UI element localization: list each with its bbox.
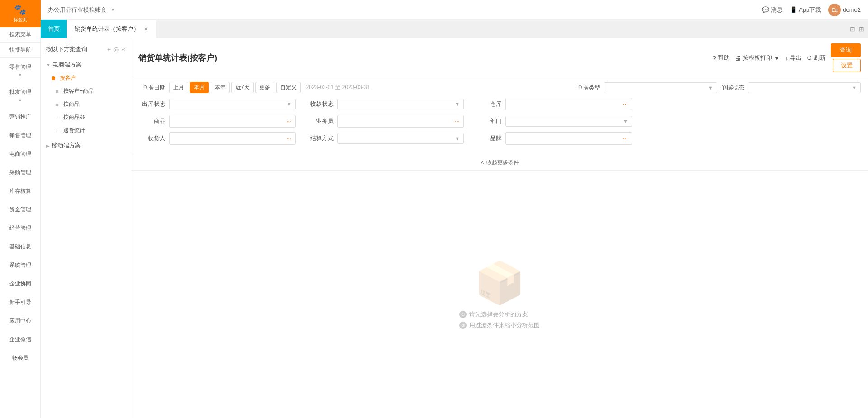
- settings-scheme-icon[interactable]: ◎: [113, 46, 119, 53]
- purchase-label: 采购管理: [9, 169, 31, 176]
- sidebar-item-operation[interactable]: 经营管理: [0, 219, 40, 238]
- export-icon: ↓: [785, 55, 788, 62]
- message-label: 消息: [771, 6, 783, 14]
- tab-maximize-controls: ⊡ ⊞: [850, 25, 864, 33]
- recipient-label: 收货人: [138, 134, 165, 142]
- page-content: 按以下方案查询 + ◎ « ▼ 电脑端方案 按客户 ≡ 按客户: [41, 38, 868, 418]
- mobile-section-title[interactable]: ▶ 移动端方案: [41, 139, 131, 152]
- template-print-button[interactable]: 🖨 按模板打印 ▼: [735, 54, 780, 62]
- refresh-button[interactable]: ↺ 刷新: [807, 54, 826, 62]
- collapse-scheme-icon[interactable]: «: [122, 46, 125, 53]
- mobile-section: ▶ 移动端方案: [41, 139, 131, 152]
- sidebar-item-wholesale[interactable]: 批发管理 ▲: [0, 83, 40, 108]
- sidebar-item-system[interactable]: 系统管理: [0, 256, 40, 275]
- empty-illustration: 📦: [474, 259, 525, 307]
- app-download-button[interactable]: 📱 App下载: [790, 6, 821, 14]
- app-download-label: App下载: [799, 6, 821, 14]
- department-select[interactable]: ▼: [505, 116, 632, 127]
- refresh-label: 刷新: [814, 54, 826, 62]
- empty-state: 📦 ① 请先选择要分析的方案 ② 用过滤条件来缩小分析范围: [131, 171, 868, 418]
- order-status-label: 单据状态: [717, 84, 744, 92]
- recipient-input[interactable]: ···: [169, 132, 296, 145]
- sidebar-item-sales[interactable]: 销售管理: [0, 126, 40, 145]
- receipt-status-select[interactable]: ▼: [337, 99, 464, 109]
- tip-1-text: 请先选择要分析的方案: [469, 310, 528, 318]
- sidebar-item-basic[interactable]: 基础信息: [0, 238, 40, 256]
- settlement-select[interactable]: ▼: [337, 133, 464, 144]
- by-customer-dot: [52, 76, 55, 80]
- goods-input[interactable]: ···: [169, 115, 296, 128]
- this-year-btn[interactable]: 本年: [211, 82, 230, 93]
- scheme-by-customer-goods[interactable]: ≡ 按客户+商品: [41, 85, 131, 98]
- sidebar-item-purchase[interactable]: 采购管理: [0, 163, 40, 182]
- sidebar-item-apps[interactable]: 应用中心: [0, 312, 40, 330]
- out-status-select[interactable]: ▼: [169, 99, 296, 109]
- tab-bar: 首页 销货单统计表（按客户） ✕ ⊡ ⊞: [41, 20, 868, 38]
- salesperson-input[interactable]: ···: [337, 115, 464, 128]
- sidebar-item-ecommerce[interactable]: 电商管理: [0, 145, 40, 163]
- add-scheme-icon[interactable]: +: [107, 46, 111, 53]
- help-button[interactable]: ? 帮助: [712, 54, 729, 62]
- order-status-select[interactable]: ▼: [748, 82, 861, 93]
- user-name: demo2: [843, 6, 861, 13]
- sidebar-item-inventory[interactable]: 库存核算: [0, 182, 40, 200]
- department-label: 部门: [475, 117, 502, 125]
- recipient-dots-icon[interactable]: ···: [286, 135, 292, 142]
- desktop-section: ▼ 电脑端方案 按客户 ≡ 按客户+商品 ≡ 按商品 ≡ 按商品99: [41, 58, 131, 137]
- this-month-btn[interactable]: 本月: [190, 82, 209, 93]
- brand-dots-icon[interactable]: ···: [623, 135, 628, 142]
- app-logo[interactable]: 🐾 标题页: [0, 0, 41, 27]
- retail-label: 零售管理: [9, 63, 31, 71]
- tab-sales-report[interactable]: 销货单统计表（按客户） ✕: [67, 20, 156, 38]
- desktop-section-title[interactable]: ▼ 电脑端方案: [41, 58, 131, 71]
- out-status-label: 出库状态: [138, 100, 165, 108]
- query-button[interactable]: 查询: [831, 43, 861, 57]
- sidebar-item-newbie[interactable]: 新手引导: [0, 293, 40, 312]
- scheme-by-customer[interactable]: 按客户: [41, 71, 131, 85]
- scheme-panel-title: 按以下方案查询: [46, 45, 87, 53]
- last-month-btn[interactable]: 上月: [169, 82, 188, 93]
- last7-btn[interactable]: 近7天: [231, 82, 254, 93]
- department-caret-icon: ▼: [623, 119, 628, 124]
- order-type-select[interactable]: ▼: [604, 82, 717, 93]
- settings-button[interactable]: 设置: [833, 59, 861, 72]
- scheme-return-stats[interactable]: ≡ 退货统计: [41, 124, 131, 137]
- quick-nav[interactable]: 快捷导航: [0, 43, 40, 58]
- scheme-by-goods99[interactable]: ≡ 按商品99: [41, 111, 131, 124]
- custom-btn[interactable]: 自定义: [276, 82, 301, 93]
- help-icon: ?: [712, 55, 716, 62]
- user-menu[interactable]: Ea demo2: [828, 4, 861, 16]
- inventory-label: 库存核算: [9, 187, 31, 195]
- header-left: 办公用品行业模拟账套 ▼: [48, 6, 116, 14]
- out-status-caret-icon: ▼: [287, 101, 292, 107]
- goods-dots-icon[interactable]: ···: [286, 118, 292, 125]
- tab-close-icon[interactable]: ✕: [144, 26, 148, 32]
- maximize-icon[interactable]: ⊞: [859, 25, 864, 33]
- brand-input[interactable]: ···: [505, 132, 632, 145]
- wholesale-label: 批发管理: [9, 88, 31, 96]
- message-button[interactable]: 💬 消息: [762, 6, 783, 14]
- tab-home[interactable]: 首页: [41, 20, 67, 38]
- sidebar-item-finance[interactable]: 资金管理: [0, 200, 40, 219]
- desktop-section-label: 电脑端方案: [52, 61, 82, 69]
- search-menu[interactable]: 搜索菜单: [0, 27, 40, 43]
- sidebar-item-marketing[interactable]: 营销推广: [0, 108, 40, 126]
- sidebar-item-wechat[interactable]: 企业微信: [0, 330, 40, 349]
- minimize-icon[interactable]: ⊡: [850, 25, 855, 33]
- sidebar-item-member[interactable]: 畅会员: [0, 349, 40, 367]
- scheme-panel-icons: + ◎ «: [107, 46, 125, 53]
- scheme-by-goods[interactable]: ≡ 按商品: [41, 98, 131, 111]
- export-button[interactable]: ↓ 导出: [785, 54, 802, 62]
- tip-num-1: ①: [459, 311, 467, 318]
- wechat-label: 企业微信: [9, 336, 31, 343]
- sidebar-item-cooperation[interactable]: 企业协同: [0, 275, 40, 293]
- salesperson-dots-icon[interactable]: ···: [454, 118, 460, 125]
- salesperson-label: 业务员: [307, 117, 334, 125]
- more-btn[interactable]: 更多: [255, 82, 274, 93]
- breadcrumb-dropdown-icon[interactable]: ▼: [110, 7, 116, 13]
- warehouse-dots-icon[interactable]: ···: [623, 100, 628, 108]
- warehouse-input[interactable]: ···: [505, 98, 632, 110]
- tip-2-text: 用过滤条件来缩小分析范围: [469, 321, 540, 329]
- sidebar-item-retail[interactable]: 零售管理 ▼: [0, 58, 40, 83]
- collapse-bar[interactable]: ∧ 收起更多条件: [131, 155, 868, 171]
